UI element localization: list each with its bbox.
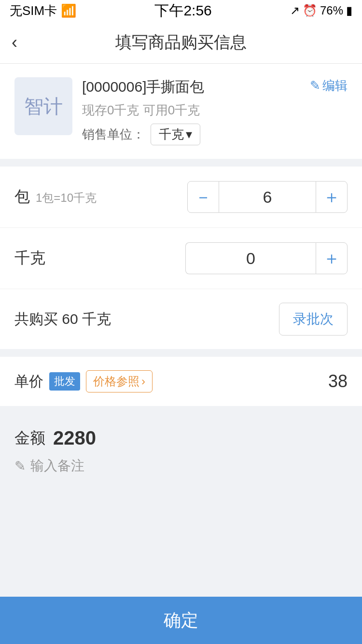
quantity-row-kg: 千克 ＋ xyxy=(0,228,362,289)
qty-plus-bao[interactable]: ＋ xyxy=(316,181,348,213)
wifi-icon: 📶 xyxy=(61,3,76,18)
product-card: 智计 [0000006]手撕面包 ✎ 编辑 现存0千克 可用0千克 销售单位： … xyxy=(0,64,362,159)
summary-text: 共购买 60 千克 xyxy=(14,309,111,329)
qty-input-bao[interactable] xyxy=(219,181,316,213)
product-name: [0000006]手撕面包 xyxy=(82,77,204,97)
unit-value: 千克 xyxy=(159,126,184,143)
price-left: 单价 批发 价格参照 › xyxy=(14,370,153,392)
remark-icon: ✎ xyxy=(14,458,26,474)
qty-plus-kg[interactable]: ＋ xyxy=(316,242,348,274)
amount-section: 金额 2280 ✎ 输入备注 xyxy=(0,414,362,485)
price-value: 38 xyxy=(328,371,348,392)
unit-select[interactable]: 千克 ▾ xyxy=(151,124,200,145)
edit-button[interactable]: ✎ 编辑 xyxy=(310,77,348,94)
status-left: 无SIM卡 📶 xyxy=(10,2,76,19)
price-row: 单价 批发 价格参照 › 38 xyxy=(14,370,348,392)
quantity-row-bao: 包 1包=10千克 － ＋ xyxy=(0,167,362,228)
summary-row: 共购买 60 千克 录批次 xyxy=(0,289,362,349)
remark-row[interactable]: ✎ 输入备注 xyxy=(14,457,348,475)
price-section: 单价 批发 价格参照 › 38 xyxy=(0,357,362,406)
quantity-controls-bao: － ＋ xyxy=(187,181,348,213)
amount-label: 金额 xyxy=(14,428,45,449)
price-label: 单价 xyxy=(14,372,43,392)
status-bar: 无SIM卡 📶 下午2:56 ↗ ⏰ 76% ▮ xyxy=(0,0,362,21)
status-right: ↗ ⏰ 76% ▮ xyxy=(290,4,352,17)
price-ref-label: 价格参照 xyxy=(93,374,139,389)
qty-minus-bao[interactable]: － xyxy=(187,181,219,213)
quantity-label-kg: 千克 xyxy=(14,248,45,269)
edit-icon: ✎ xyxy=(310,78,320,93)
page-title: 填写商品购买信息 xyxy=(115,31,247,54)
nav-bar: ‹ 填写商品购买信息 xyxy=(0,21,362,64)
qty-label-text-kg: 千克 xyxy=(14,248,45,269)
confirm-button[interactable]: 确定 xyxy=(0,597,362,644)
dropdown-icon: ▾ xyxy=(186,127,192,142)
quantity-label-bao: 包 1包=10千克 xyxy=(14,186,97,208)
location-icon: ↗ xyxy=(290,4,300,17)
remark-placeholder: 输入备注 xyxy=(30,457,84,475)
quantity-controls-kg: ＋ xyxy=(185,242,348,274)
product-unit-row: 销售单位： 千克 ▾ xyxy=(82,124,348,145)
unit-label: 销售单位： xyxy=(82,126,145,143)
price-ref-button[interactable]: 价格参照 › xyxy=(86,370,153,392)
quantity-section: 包 1包=10千克 － ＋ 千克 ＋ 共购买 60 千克 录批次 xyxy=(0,167,362,349)
amount-value: 2280 xyxy=(53,427,96,449)
qty-label-text-bao: 包 xyxy=(14,186,30,208)
product-logo: 智计 xyxy=(24,93,63,120)
edit-label: 编辑 xyxy=(322,77,348,94)
batch-button[interactable]: 录批次 xyxy=(279,303,348,336)
carrier-text: 无SIM卡 xyxy=(10,2,57,19)
product-name-row: [0000006]手撕面包 ✎ 编辑 xyxy=(82,77,348,97)
qty-input-kg[interactable] xyxy=(185,242,316,274)
battery-icon: ▮ xyxy=(346,4,352,17)
amount-row: 金额 2280 xyxy=(14,427,348,449)
product-stock: 现存0千克 可用0千克 xyxy=(82,102,348,119)
back-button[interactable]: ‹ xyxy=(12,32,17,53)
price-badge: 批发 xyxy=(49,372,80,391)
product-image: 智计 xyxy=(14,77,72,135)
battery-text: 76% xyxy=(320,4,343,17)
product-info: [0000006]手撕面包 ✎ 编辑 现存0千克 可用0千克 销售单位： 千克 … xyxy=(82,77,348,145)
alarm-icon: ⏰ xyxy=(303,4,317,17)
price-ref-icon: › xyxy=(141,375,145,388)
qty-sublabel-bao: 1包=10千克 xyxy=(36,190,97,206)
status-time: 下午2:56 xyxy=(154,1,211,21)
